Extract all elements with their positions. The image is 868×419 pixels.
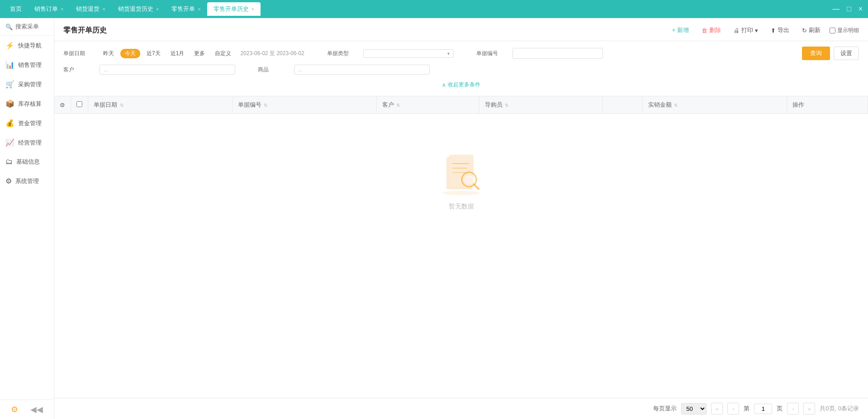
customer-label: 客户	[63, 66, 90, 74]
date-opt-today[interactable]: 今天	[120, 49, 140, 58]
sort-date-icon: ⇅	[120, 103, 123, 108]
th-config: ⚙	[54, 96, 71, 114]
tab-sales-return-history[interactable]: 销货退货历史 ×	[112, 2, 165, 16]
add-button[interactable]: + 新增	[669, 24, 693, 36]
tab-close-retail-open-history[interactable]: ×	[251, 6, 254, 12]
sidebar-item-base-info[interactable]: 🗂 基础信息	[0, 152, 54, 171]
sort-amount-icon: ⇅	[674, 103, 678, 108]
last-page-btn[interactable]: »	[803, 403, 815, 414]
prev-page-btn[interactable]: ‹	[727, 403, 739, 414]
tab-sales-return[interactable]: 销货退货 ×	[70, 2, 111, 16]
display-detail-checkbox[interactable]: 显示明细	[830, 27, 859, 34]
date-opt-last1month[interactable]: 近1月	[167, 49, 188, 58]
toolbar: + 新增 🗑 删除 🖨 打印 ▾ ⬆ 导出 ↻ 刷新	[669, 24, 859, 36]
sidebar-item-system-mgmt[interactable]: ⚙ 系统管理	[0, 171, 54, 191]
sidebar-settings-icon[interactable]: ⚙	[11, 405, 18, 414]
th-date[interactable]: 单据日期 ⇅	[88, 96, 232, 114]
date-opt-yesterday[interactable]: 昨天	[100, 49, 118, 58]
per-page-select[interactable]: 50 10 20 100	[681, 403, 707, 414]
date-range-text: 2023-06-02 至 2023-06-02	[240, 50, 304, 57]
inventory-icon: 📦	[5, 99, 14, 108]
delete-icon: 🗑	[702, 27, 707, 34]
svg-line-8	[474, 184, 479, 189]
table-wrapper: ⚙ 单据日期 ⇅ 单据编号 ⇅	[54, 96, 868, 398]
goods-placeholder: ...	[298, 66, 303, 73]
tab-close-retail-open[interactable]: ×	[198, 6, 200, 12]
refresh-button[interactable]: ↻ 刷新	[798, 24, 824, 36]
total-info: 共0页, 0条记录	[820, 405, 859, 413]
tab-sales-order[interactable]: 销售订单 ×	[28, 2, 70, 16]
tab-retail-open-history[interactable]: 零售开单历史 ×	[207, 2, 261, 16]
bill-type-select[interactable]: ▾	[363, 49, 454, 58]
export-button[interactable]: ⬆ 导出	[767, 24, 793, 36]
collapse-arrow-icon: ∧	[442, 82, 446, 88]
collapse-btn[interactable]: ∧ 收起更多条件	[63, 79, 859, 90]
tab-close-sales-return[interactable]: ×	[102, 6, 105, 12]
th-action: 操作	[787, 96, 868, 114]
pagination-bar: 每页显示 50 10 20 100 « ‹ 第 页 › » 共0页, 0条记录	[54, 398, 868, 419]
next-page-btn[interactable]: ›	[787, 403, 799, 414]
bill-type-label: 单据类型	[327, 50, 354, 57]
page-title: 零售开单历史	[63, 26, 107, 35]
query-button[interactable]: 查询	[802, 47, 830, 60]
sidebar-collapse-icon[interactable]: ◀◀	[30, 405, 43, 414]
tab-close-sales-return-history[interactable]: ×	[156, 6, 159, 12]
main-layout: 搜索采单 ⚡ 快捷导航 📊 销售管理 🛒 采购管理 📦 库存核算 💰 资金管理	[0, 18, 868, 419]
config-icon[interactable]: ⚙	[60, 102, 65, 108]
sidebar-item-inventory-calc[interactable]: 📦 库存核算	[0, 94, 54, 113]
page-header: 零售开单历史 + 新增 🗑 删除 🖨 打印 ▾ ⬆ 导出	[54, 18, 868, 41]
select-all-checkbox[interactable]	[76, 101, 82, 107]
window-minimize-btn[interactable]: —	[830, 5, 841, 13]
system-icon: ⚙	[5, 177, 12, 185]
filter-row-1: 单据日期 昨天 今天 近7天 近1月 更多 自定义 2023-06-02 至 2…	[63, 47, 859, 60]
purchase-icon: 🛒	[5, 80, 14, 89]
sort-customer-icon: ⇅	[396, 103, 400, 108]
th-amount[interactable]: 实销金额 ⇅	[642, 96, 787, 114]
sidebar-search[interactable]: 搜索采单	[0, 18, 54, 36]
th-guide[interactable]: 导购员 ⇅	[479, 96, 602, 114]
print-button[interactable]: 🖨 打印 ▾	[730, 24, 762, 36]
window-controls: — □ ×	[830, 5, 864, 13]
svg-point-7	[465, 175, 474, 184]
window-maximize-btn[interactable]: □	[845, 5, 853, 13]
tab-home[interactable]: 首页	[4, 2, 28, 16]
window-close-btn[interactable]: ×	[857, 5, 864, 13]
th-bill-no[interactable]: 单据编号 ⇅	[232, 96, 376, 114]
top-tabbar: 首页 销售订单 × 销货退货 × 销货退货历史 × 零售开单 × 零售开单历史 …	[0, 0, 868, 18]
date-opt-more[interactable]: 更多	[190, 49, 209, 58]
sidebar-item-purchase-mgmt[interactable]: 🛒 采购管理	[0, 75, 54, 94]
sidebar-menu: ⚡ 快捷导航 📊 销售管理 🛒 采购管理 📦 库存核算 💰 资金管理 📈	[0, 36, 54, 400]
bill-no-label: 单据编号	[476, 50, 503, 57]
search-icon	[5, 24, 13, 30]
goods-select[interactable]: ...	[294, 65, 430, 75]
sidebar-bottom: ⚙ ◀◀	[0, 400, 54, 419]
tab-close-sales-order[interactable]: ×	[61, 6, 63, 12]
svg-point-0	[443, 191, 479, 195]
content-area: 零售开单历史 + 新增 🗑 删除 🖨 打印 ▾ ⬆ 导出	[54, 18, 868, 419]
export-icon: ⬆	[771, 27, 776, 34]
print-icon: 🖨	[734, 27, 740, 34]
sidebar-item-sales-mgmt[interactable]: 📊 销售管理	[0, 55, 54, 75]
sidebar-item-biz-mgmt[interactable]: 📈 经营管理	[0, 133, 54, 152]
first-page-btn[interactable]: «	[711, 403, 723, 414]
th-check	[71, 96, 88, 114]
delete-button[interactable]: 🗑 删除	[698, 24, 725, 36]
page-label-suffix: 页	[777, 405, 783, 413]
date-opt-custom[interactable]: 自定义	[211, 49, 235, 58]
settings-button[interactable]: 设置	[834, 47, 859, 60]
data-table: ⚙ 单据日期 ⇅ 单据编号 ⇅	[54, 96, 868, 114]
customer-select[interactable]: ...	[100, 65, 235, 75]
display-detail-input[interactable]	[830, 28, 835, 33]
bill-type-arrow-icon: ▾	[447, 51, 450, 56]
tab-retail-open[interactable]: 零售开单 ×	[165, 2, 207, 16]
page-input[interactable]	[754, 404, 772, 414]
page-label-prefix: 第	[744, 405, 749, 413]
sidebar-item-finance-mgmt[interactable]: 💰 资金管理	[0, 113, 54, 133]
sort-guide-icon: ⇅	[505, 103, 508, 108]
th-spacer	[602, 96, 642, 114]
sort-bill-no-icon: ⇅	[264, 103, 267, 108]
th-customer[interactable]: 客户 ⇅	[376, 96, 479, 114]
bill-no-input[interactable]	[512, 48, 603, 59]
date-opt-last7[interactable]: 近7天	[143, 49, 164, 58]
sidebar-item-quick-nav[interactable]: ⚡ 快捷导航	[0, 36, 54, 55]
